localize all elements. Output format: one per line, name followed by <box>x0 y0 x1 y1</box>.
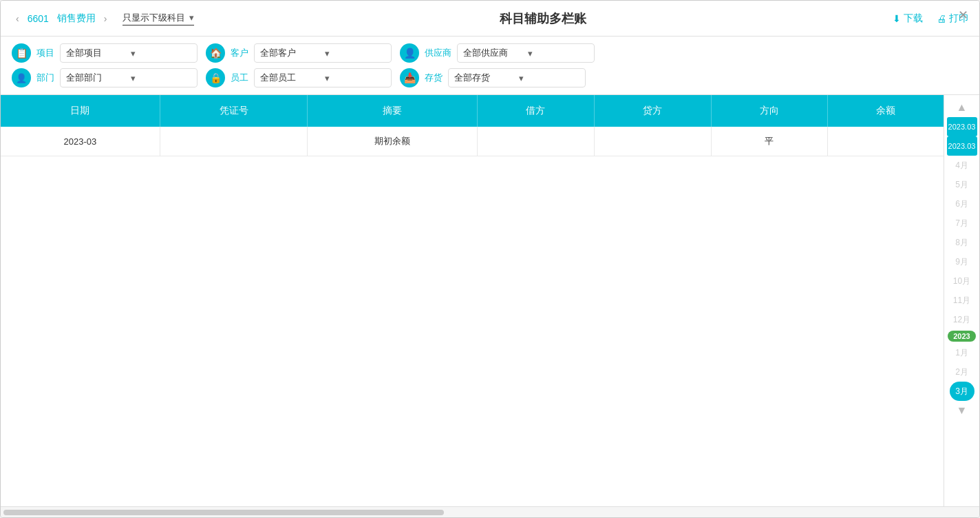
customer-label: 客户 <box>231 47 248 59</box>
col-debit: 借方 <box>478 95 595 127</box>
cell-direction: 平 <box>711 127 828 156</box>
project-select[interactable]: 全部项目 ▾ <box>60 43 198 63</box>
sidebar-nav-up[interactable]: ▲ <box>950 98 974 117</box>
supplier-select[interactable]: 全部供应商 ▾ <box>457 43 595 63</box>
project-label: 项目 <box>36 47 54 59</box>
filter-inventory: 📥 存货 全部存货 ▾ <box>400 68 586 87</box>
top-actions: ⬇ 下载 🖨 打印 <box>893 12 968 25</box>
data-table: 日期 凭证号 摘要 借方 贷方 方向 余额 2023-03 期初余额 <box>1 95 944 156</box>
col-voucher: 凭证号 <box>160 95 308 127</box>
page-title: 科目辅助多栏账 <box>194 10 893 27</box>
sidebar-nav-down[interactable]: ▼ <box>950 401 974 420</box>
download-icon: ⬇ <box>893 13 901 24</box>
sidebar-month-12[interactable]: 12月 <box>947 310 977 329</box>
sidebar-month-6[interactable]: 6月 <box>947 194 977 214</box>
customer-icon: 🏠 <box>206 43 225 63</box>
employee-icon: 🔒 <box>206 68 225 87</box>
filter-employee: 🔒 员工 全部员工 ▾ <box>206 68 392 87</box>
sidebar-month-7[interactable]: 7月 <box>947 214 977 233</box>
department-icon: 👤 <box>12 68 31 87</box>
sidebar-month-4[interactable]: 4月 <box>947 156 977 175</box>
filter-area: 📋 项目 全部项目 ▾ 🏠 客户 全部客户 ▾ 👤 供应商 <box>1 37 979 95</box>
department-chevron-icon: ▾ <box>131 73 191 83</box>
inventory-icon: 📥 <box>400 68 419 87</box>
sidebar-month-10[interactable]: 10月 <box>947 271 977 291</box>
sidebar-month-2[interactable]: 2月 <box>947 362 977 382</box>
print-icon: 🖨 <box>937 13 946 24</box>
scroll-thumb[interactable] <box>3 510 444 515</box>
project-icon: 📋 <box>12 43 31 63</box>
sidebar-month-5[interactable]: 5月 <box>947 175 977 194</box>
filter-row-2: 👤 部门 全部部门 ▾ 🔒 员工 全部员工 ▾ 📥 存货 <box>12 68 968 87</box>
filter-row-1: 📋 项目 全部项目 ▾ 🏠 客户 全部客户 ▾ 👤 供应商 <box>12 43 968 63</box>
chevron-down-icon: ▾ <box>189 12 194 23</box>
sidebar-year-badge: 2023 <box>948 331 975 342</box>
show-sub-label: 只显示下级科目 <box>122 12 185 24</box>
supplier-chevron-icon: ▾ <box>528 48 588 59</box>
customer-select[interactable]: 全部客户 ▾ <box>254 43 392 63</box>
right-sidebar: ▲ 2023.03 2023.03 4月 5月 6月 7月 8月 9月 10月 … <box>944 95 979 506</box>
cell-date: 2023-03 <box>1 127 160 156</box>
sidebar-month-11[interactable]: 11月 <box>947 291 977 310</box>
cell-summary: 期初余额 <box>308 127 478 156</box>
supplier-value: 全部供应商 <box>463 47 524 59</box>
sidebar-month-2023-03-sub[interactable]: 2023.03 <box>947 136 977 156</box>
filter-department: 👤 部门 全部部门 ▾ <box>12 68 198 87</box>
employee-label: 员工 <box>231 72 248 84</box>
col-balance: 余额 <box>828 95 944 127</box>
nav-next-button[interactable]: › <box>100 12 111 25</box>
horizontal-scrollbar[interactable] <box>1 506 979 517</box>
download-label: 下载 <box>904 12 923 25</box>
sidebar-month-9[interactable]: 9月 <box>947 252 977 271</box>
department-select[interactable]: 全部部门 ▾ <box>60 68 198 87</box>
sidebar-month-1[interactable]: 1月 <box>947 343 977 362</box>
show-sub-toggle[interactable]: 只显示下级科目 ▾ <box>122 12 194 25</box>
filter-supplier: 👤 供应商 全部供应商 ▾ <box>400 43 595 63</box>
sidebar-month-3-current[interactable]: 3月 <box>950 382 974 401</box>
inventory-value: 全部存货 <box>454 72 515 84</box>
close-button[interactable]: ✕ <box>958 8 968 23</box>
main-window: ‹ 6601 销售费用 › 只显示下级科目 ▾ 科目辅助多栏账 ⬇ 下载 🖨 打… <box>0 0 980 518</box>
department-label: 部门 <box>36 72 54 84</box>
employee-select[interactable]: 全部员工 ▾ <box>254 68 392 87</box>
sidebar-month-8[interactable]: 8月 <box>947 233 977 252</box>
customer-chevron-icon: ▾ <box>325 48 385 59</box>
inventory-chevron-icon: ▾ <box>519 73 579 83</box>
cell-credit <box>594 127 711 156</box>
supplier-icon: 👤 <box>400 43 419 63</box>
filter-customer: 🏠 客户 全部客户 ▾ <box>206 43 392 63</box>
table-header-row: 日期 凭证号 摘要 借方 贷方 方向 余额 <box>1 95 944 127</box>
employee-value: 全部员工 <box>260 72 321 84</box>
col-direction: 方向 <box>711 95 828 127</box>
project-chevron-icon: ▾ <box>131 48 191 59</box>
table-row: 2023-03 期初余额 平 <box>1 127 944 156</box>
col-date: 日期 <box>1 95 160 127</box>
cell-voucher <box>160 127 308 156</box>
sidebar-month-2023-03-top[interactable]: 2023.03 <box>947 117 977 136</box>
account-code: 6601 <box>28 13 49 24</box>
supplier-label: 供应商 <box>425 47 451 59</box>
project-value: 全部项目 <box>66 47 127 59</box>
main-content: 日期 凭证号 摘要 借方 贷方 方向 余额 2023-03 期初余额 <box>1 95 979 506</box>
customer-value: 全部客户 <box>260 47 321 59</box>
department-value: 全部部门 <box>66 72 127 84</box>
cell-balance <box>828 127 944 156</box>
inventory-select[interactable]: 全部存货 ▾ <box>448 68 586 87</box>
inventory-label: 存货 <box>425 72 443 84</box>
col-summary: 摘要 <box>308 95 478 127</box>
download-button[interactable]: ⬇ 下载 <box>893 12 923 25</box>
employee-chevron-icon: ▾ <box>325 73 385 83</box>
account-name: 销售费用 <box>57 12 96 25</box>
cell-debit <box>478 127 595 156</box>
top-bar: ‹ 6601 销售费用 › 只显示下级科目 ▾ 科目辅助多栏账 ⬇ 下载 🖨 打… <box>1 1 979 37</box>
filter-project: 📋 项目 全部项目 ▾ <box>12 43 198 63</box>
col-credit: 贷方 <box>594 95 711 127</box>
nav-prev-button[interactable]: ‹ <box>12 12 23 25</box>
table-area: 日期 凭证号 摘要 借方 贷方 方向 余额 2023-03 期初余额 <box>1 95 944 506</box>
